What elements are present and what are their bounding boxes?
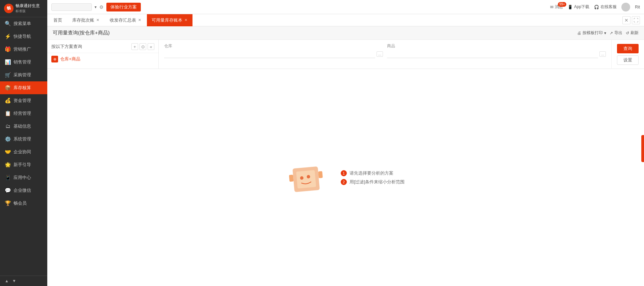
- search-icon: 🔍: [5, 21, 11, 27]
- product-more-btn[interactable]: ...: [599, 51, 606, 57]
- scroll-up-icon[interactable]: ▲: [5, 279, 9, 283]
- sidebar-item-purchase[interactable]: 🛒 采购管理: [0, 69, 47, 81]
- sidebar-item-system[interactable]: ⚙️ 系统管理: [0, 133, 47, 146]
- sidebar-item-marketing[interactable]: 🎁 营销推广: [0, 43, 47, 56]
- sidebar-item-finance[interactable]: 💰 资金管理: [0, 94, 47, 107]
- marketing-icon: 🎁: [5, 46, 11, 52]
- scheme-settings-button[interactable]: ⊙: [139, 43, 146, 50]
- scheme-item-warehouse-product[interactable]: ⊕ 仓库+商品: [47, 53, 158, 65]
- empty-illustration: [287, 161, 327, 194]
- tip-num-2: 2: [341, 179, 347, 185]
- app-download-button[interactable]: 📱 App下载: [568, 4, 589, 10]
- scheme-header-actions: + ⊙ «: [131, 43, 154, 50]
- tab-available[interactable]: 可用量库存账本 ✕: [147, 14, 192, 26]
- tab-batch[interactable]: 库存批次账 ✕: [68, 14, 104, 26]
- page-header: 可用量查询(按仓库+商品) 🖨 按模板打印 ▾ ↗ 导出 ↺ 刷新: [47, 26, 644, 40]
- sidebar-item-sales[interactable]: 📊 销售管理: [0, 56, 47, 69]
- appstore-icon: 📱: [5, 175, 11, 181]
- filter-row: 仓库 ... 商品 ...: [164, 43, 606, 58]
- avatar[interactable]: [621, 3, 630, 11]
- product-input[interactable]: [387, 50, 598, 58]
- page-actions: 🖨 按模板打印 ▾ ↗ 导出 ↺ 刷新: [577, 30, 639, 36]
- tab-home[interactable]: 首页: [49, 14, 67, 26]
- online-service-button[interactable]: 🎧 在线客服: [594, 4, 617, 10]
- refresh-icon: ↺: [626, 31, 629, 35]
- tab-available-close[interactable]: ✕: [184, 18, 187, 22]
- guide-icon: 🌟: [5, 162, 11, 168]
- collapse-button[interactable]: «: [148, 43, 154, 50]
- tab-receipt[interactable]: 收发存汇总表 ✕: [105, 14, 146, 26]
- action-buttons: 查询 设置: [611, 40, 644, 69]
- query-button[interactable]: 查询: [617, 44, 639, 53]
- tab-close-btn[interactable]: ✕: [622, 16, 630, 24]
- print-button[interactable]: 🖨 按模板打印 ▾: [577, 30, 606, 36]
- inventory-icon: 📦: [5, 85, 11, 91]
- tab-expand-btn[interactable]: ⛶: [632, 16, 640, 24]
- svg-rect-5: [318, 171, 323, 178]
- print-dropdown-icon[interactable]: ▾: [604, 31, 606, 35]
- export-icon: ↗: [610, 31, 613, 35]
- scroll-down-icon[interactable]: ▼: [12, 279, 16, 283]
- logo-text: 畅康通好生意 标准版: [16, 3, 40, 14]
- sidebar-item-appstore[interactable]: 📱 应用中心: [0, 171, 47, 184]
- svg-rect-4: [289, 175, 294, 182]
- trial-button[interactable]: 体验行业方案: [106, 3, 141, 11]
- sidebar-item-basic[interactable]: 🗂 基础信息: [0, 120, 47, 133]
- tab-batch-close[interactable]: ✕: [96, 18, 99, 22]
- right-edge-indicator: [641, 135, 644, 162]
- export-button[interactable]: ↗ 导出: [610, 30, 622, 36]
- headset-icon: 🎧: [594, 5, 599, 9]
- sales-icon: 📊: [5, 59, 11, 65]
- gear-icon[interactable]: ⚙: [99, 4, 104, 10]
- warehouse-more-btn[interactable]: ...: [377, 51, 383, 57]
- sidebar-item-member[interactable]: 🏆 畅会员: [0, 197, 47, 210]
- finance-icon: 💰: [5, 98, 11, 104]
- member-icon: 🏆: [5, 200, 11, 206]
- tab-receipt-close[interactable]: ✕: [138, 18, 141, 22]
- refresh-button[interactable]: ↺ 刷新: [626, 30, 639, 36]
- scheme-panel: 按以下方案查询 + ⊙ « ⊕ 仓库+商品: [47, 40, 159, 69]
- query-area: 按以下方案查询 + ⊙ « ⊕ 仓库+商品 仓库 ...: [47, 40, 644, 69]
- empty-tip-2: 2 用[过滤]条件来缩小分析范围: [341, 179, 405, 185]
- product-field: 商品 ...: [387, 43, 606, 58]
- empty-tips: 1 请先选择要分析的方案 2 用[过滤]条件来缩小分析范围: [341, 170, 405, 185]
- cooperation-icon: 🤝: [5, 149, 11, 155]
- operations-icon: 📋: [5, 110, 11, 116]
- warehouse-input[interactable]: [164, 50, 375, 58]
- sidebar-item-wechat[interactable]: 💬 企业微信: [0, 184, 47, 197]
- basic-icon: 🗂: [5, 123, 11, 129]
- sidebar-item-operations[interactable]: 📋 经营管理: [0, 107, 47, 120]
- topbar-search-input[interactable]: [51, 3, 92, 11]
- sidebar-item-cooperation[interactable]: 🤝 企业协同: [0, 146, 47, 158]
- dropdown-icon[interactable]: ▾: [95, 5, 97, 9]
- sidebar: 畅 畅康通好生意 标准版 🔍 搜索菜单 ⚡ 快捷导航 🎁 营销推广 📊 销售管理…: [0, 0, 47, 286]
- sidebar-item-guide[interactable]: 🌟 新手引导: [0, 158, 47, 171]
- topbar-right: ✉ 消息 99+ 📱 App下载 🎧 在线客服 Rit: [550, 3, 640, 11]
- sidebar-item-search[interactable]: 🔍 搜索菜单: [0, 17, 47, 30]
- mobile-icon: 📱: [568, 5, 573, 9]
- username: Rit: [635, 5, 640, 9]
- sidebar-item-quicknav[interactable]: ⚡ 快捷导航: [0, 30, 47, 43]
- svg-rect-1: [296, 170, 316, 188]
- printer-icon: 🖨: [577, 31, 581, 35]
- tip-num-1: 1: [341, 170, 347, 176]
- add-scheme-button[interactable]: +: [131, 43, 138, 50]
- scheme-header: 按以下方案查询 + ⊙ «: [47, 43, 158, 53]
- sidebar-logo: 畅 畅康通好生意 标准版: [0, 0, 47, 17]
- empty-state: 1 请先选择要分析的方案 2 用[过滤]条件来缩小分析范围: [47, 69, 644, 286]
- sidebar-bottom: ▲ ▼: [0, 276, 47, 286]
- logo-icon: 畅: [4, 4, 14, 13]
- message-button[interactable]: ✉ 消息 99+: [550, 4, 563, 10]
- settings-button[interactable]: 设置: [617, 55, 639, 65]
- tabs-bar: 首页 库存批次账 ✕ 收发存汇总表 ✕ 可用量库存账本 ✕ ✕ ⛶: [47, 14, 644, 26]
- topbar: ▾ ⚙ 体验行业方案 ✉ 消息 99+ 📱 App下载 🎧 在线客服 Rit: [47, 0, 644, 14]
- tabs-actions: ✕ ⛶: [622, 16, 643, 24]
- scheme-item-icon: ⊕: [51, 56, 58, 62]
- content-area: 可用量查询(按仓库+商品) 🖨 按模板打印 ▾ ↗ 导出 ↺ 刷新: [47, 26, 644, 286]
- warehouse-field: 仓库 ...: [164, 43, 383, 58]
- system-icon: ⚙️: [5, 136, 11, 142]
- empty-tip-1: 1 请先选择要分析的方案: [341, 170, 405, 176]
- filter-area: 仓库 ... 商品 ...: [159, 40, 611, 69]
- page-title: 可用量查询(按仓库+商品): [53, 30, 110, 36]
- sidebar-item-inventory[interactable]: 📦 库存核算: [0, 81, 47, 94]
